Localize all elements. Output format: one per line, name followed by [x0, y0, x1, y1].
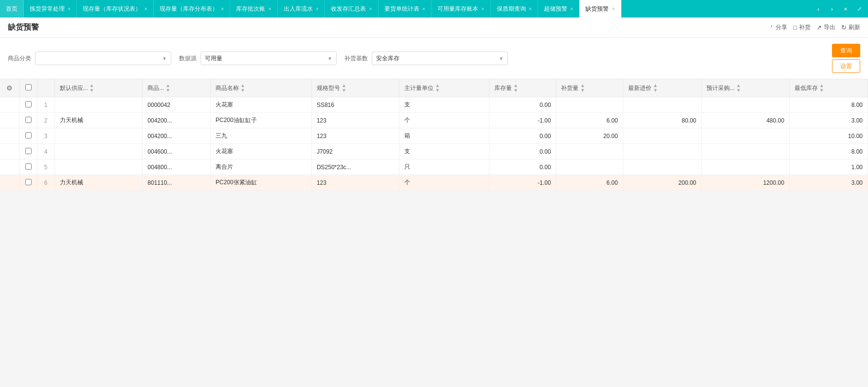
nav-next-button[interactable]: › [825, 2, 839, 16]
tab-close-button[interactable]: × [268, 6, 271, 12]
cell-latest_price [623, 144, 701, 159]
nav-tab-stock-status[interactable]: 现存量（库存状况表）× [77, 0, 153, 18]
table-body: 10000042火花塞SS816支0.008.002力天机械004200...P… [0, 97, 868, 191]
row-checkbox[interactable] [25, 132, 32, 139]
query-button[interactable]: 查询 [832, 44, 860, 57]
tab-close-button[interactable]: × [316, 6, 319, 12]
page-header: 缺货预警 ⎖ 分享 □ 补货 ↗ 导出 ↻ 刷新 [0, 18, 868, 38]
row-checkbox[interactable] [25, 101, 32, 107]
th-latest-price[interactable]: 最新进价 ▲▼ [623, 79, 701, 97]
sort-supplier-icon: ▲▼ [90, 83, 94, 93]
cell-product_name: 三九 [211, 128, 312, 144]
row-gear-cell [0, 113, 19, 128]
tab-close-button[interactable]: × [369, 6, 372, 12]
nav-prev-button[interactable]: ‹ [812, 2, 825, 16]
tab-close-button[interactable]: × [612, 6, 615, 12]
nav-close-button[interactable]: × [839, 2, 852, 16]
nav-tab-home[interactable]: 首页 [0, 0, 24, 18]
sort-unit-icon: ▲▼ [435, 83, 440, 93]
cell-latest_price [623, 159, 701, 175]
th-product-name[interactable]: 商品名称 ▲▼ [211, 79, 312, 97]
cell-min_stock: 1.00 [789, 159, 868, 175]
th-product-code[interactable]: 商品... ▲▼ [143, 79, 211, 97]
tab-close-button[interactable]: × [221, 6, 224, 12]
nav-tab-batch-account[interactable]: 库存批次账× [230, 0, 277, 18]
nav-tab-order-stats[interactable]: 要货单统计表× [379, 0, 432, 18]
row-check-cell [19, 113, 37, 128]
datasource-select-value: 可用量 [205, 54, 326, 63]
replenish-button[interactable]: □ 补货 [793, 23, 811, 32]
nav-tab-collect-summary[interactable]: 收发存汇总表× [325, 0, 378, 18]
cell-latest_price [623, 128, 701, 144]
cell-spec: DS250*23c... [311, 159, 399, 175]
cell-spec: 123 [311, 113, 399, 128]
sort-stock-icon: ▲▼ [513, 83, 518, 93]
tab-close-button[interactable]: × [422, 6, 425, 12]
nav-tab-available-ledger[interactable]: 可用量库存账本× [432, 0, 490, 18]
nav-tab-stock-dist[interactable]: 现存量（库存分布表）× [154, 0, 230, 18]
cell-default_supplier [54, 128, 143, 144]
cell-product_name: PC200张紧油缸 [211, 175, 312, 191]
replenish-base-select[interactable]: 安全库存 ▼ [372, 52, 508, 65]
row-number: 6 [37, 175, 54, 191]
th-min-stock[interactable]: 最低库存 ▲▼ [789, 79, 868, 97]
sort-est-icon: ▲▼ [736, 83, 741, 93]
select-all-checkbox[interactable] [25, 84, 32, 90]
th-stock[interactable]: 库存量 ▲▼ [489, 79, 556, 97]
cell-spec: SS816 [311, 97, 399, 113]
th-replenish[interactable]: 补货量 ▲▼ [556, 79, 623, 97]
category-select[interactable]: ▼ [35, 52, 171, 65]
header-actions: ⎖ 分享 □ 补货 ↗ 导出 ↻ 刷新 [770, 23, 860, 32]
th-spec[interactable]: 规格型号 ▲▼ [311, 79, 399, 97]
cell-min_stock: 8.00 [789, 144, 868, 159]
th-rownum [37, 79, 54, 97]
row-number: 5 [37, 159, 54, 175]
row-checkbox[interactable] [25, 163, 32, 170]
tab-close-button[interactable]: × [481, 6, 484, 12]
nav-tab-shortage[interactable]: 缺货预警× [579, 0, 621, 18]
row-checkbox[interactable] [25, 148, 32, 154]
sort-replenish-icon: ▲▼ [580, 83, 585, 93]
refresh-button[interactable]: ↻ 刷新 [841, 23, 860, 32]
cell-default_supplier [54, 159, 143, 175]
nav-expand-button[interactable]: ⤢ [852, 2, 866, 16]
cell-latest_price: 200.00 [623, 175, 701, 191]
row-check-cell [19, 144, 37, 159]
share-button[interactable]: ⎖ 分享 [770, 23, 787, 32]
datasource-select[interactable]: 可用量 ▼ [200, 52, 337, 65]
cell-product_code: 004200... [143, 128, 211, 144]
nav-tab-label: 要货单统计表 [384, 5, 419, 13]
settings-button[interactable]: 设置 [832, 59, 860, 73]
gear-icon[interactable]: ⚙ [6, 84, 13, 92]
tab-close-button[interactable]: × [529, 6, 532, 12]
export-icon: ↗ [816, 24, 822, 31]
row-check-cell [19, 159, 37, 175]
row-checkbox[interactable] [25, 179, 32, 185]
row-gear-cell [0, 97, 19, 113]
nav-tab-overstock[interactable]: 超储预警× [538, 0, 579, 18]
cell-default_supplier: 力天机械 [54, 175, 143, 191]
export-button[interactable]: ↗ 导出 [816, 23, 835, 32]
nav-tab-label: 缺货预警 [585, 5, 609, 13]
row-gear-cell [0, 128, 19, 144]
cell-stock: 0.00 [489, 144, 556, 159]
nav-tab-label: 现存量（库存状况表） [83, 5, 141, 13]
top-nav: 首页拣货异常处理×现存量（库存状况表）×现存量（库存分布表）×库存批次账×出入库… [0, 0, 868, 18]
tab-close-button[interactable]: × [68, 6, 71, 12]
tab-close-button[interactable]: × [144, 6, 147, 12]
row-checkbox[interactable] [25, 117, 32, 123]
th-unit[interactable]: 主计量单位 ▲▼ [399, 79, 489, 97]
nav-tab-label: 首页 [6, 5, 18, 13]
cell-est_purchase [702, 159, 790, 175]
tab-close-button[interactable]: × [570, 6, 573, 12]
th-est-purchase[interactable]: 预计采购... ▲▼ [702, 79, 790, 97]
cell-replenish [556, 159, 623, 175]
nav-tab-inout-flow[interactable]: 出入库流水× [278, 0, 325, 18]
cell-product_code: 004800... [143, 159, 211, 175]
nav-tab-label: 可用量库存账本 [437, 5, 478, 13]
cell-replenish [556, 144, 623, 159]
nav-tab-abnormal[interactable]: 拣货异常处理× [24, 0, 77, 18]
nav-tab-expiry[interactable]: 保质期查询× [491, 0, 538, 18]
th-default-supplier[interactable]: 默认供应... ▲▼ [54, 79, 143, 97]
sort-spec-icon: ▲▼ [342, 83, 346, 93]
